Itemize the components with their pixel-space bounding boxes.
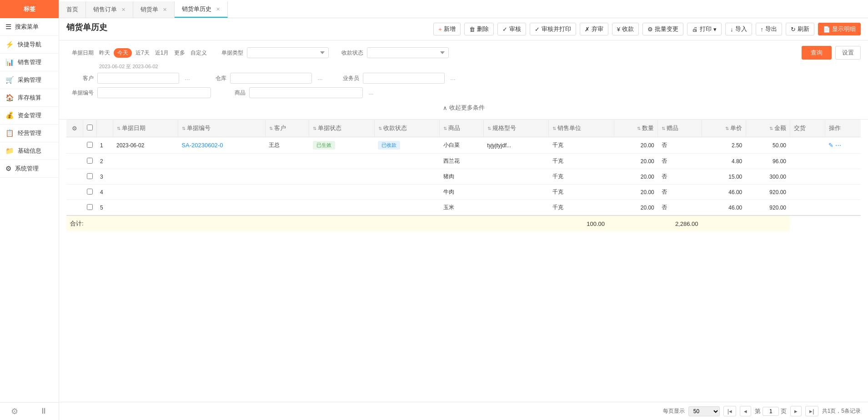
warehouse-ellipsis[interactable]: … <box>316 75 325 81</box>
tab-home[interactable]: 首页 <box>59 1 86 18</box>
query-button[interactable]: 查询 <box>802 46 832 60</box>
shortcut-more[interactable]: 更多 <box>172 48 187 58</box>
sidebar-item-basic-info[interactable]: 📁 基础信息 <box>0 142 59 160</box>
sales-unit-cell: 千克 <box>549 154 614 169</box>
sort-doc-no-icon[interactable]: ⇅ <box>182 126 186 131</box>
filter-settings-button[interactable]: 设置 <box>835 46 861 60</box>
shortcut-month[interactable]: 近1月 <box>153 48 171 58</box>
audit-print-button[interactable]: ✓ 审核并打印 <box>530 23 576 35</box>
sort-unit-price-icon[interactable]: ⇅ <box>725 126 729 131</box>
unit-price-col-header[interactable]: ⇅ 单价 <box>702 120 746 137</box>
export-button[interactable]: ↑ 导出 <box>756 23 783 35</box>
show-detail-button[interactable]: 📄 显示明细 <box>818 23 861 35</box>
sidebar-item-business-mgmt[interactable]: 📋 经营管理 <box>0 125 59 142</box>
page-number-input[interactable] <box>763 407 779 416</box>
actions-cell <box>825 169 861 185</box>
sales-unit-col-header[interactable]: ⇅ 销售单位 <box>549 120 614 137</box>
payment-status-col-header[interactable]: ⇅ 收款状态 <box>374 120 439 137</box>
sort-amount-icon[interactable]: ⇅ <box>769 126 773 131</box>
delete-button[interactable]: 🗑 删除 <box>464 23 494 35</box>
sort-spec-icon[interactable]: ⇅ <box>487 126 491 131</box>
sidebar-item-purchase-mgmt[interactable]: 🛒 采购管理 <box>0 71 59 89</box>
last-page-button[interactable]: ▸| <box>805 406 818 416</box>
spec-cell <box>483 169 548 185</box>
sort-doc-date-icon[interactable]: ⇅ <box>117 126 120 131</box>
sort-doc-status-icon[interactable]: ⇅ <box>313 126 316 131</box>
sort-quantity-icon[interactable]: ⇅ <box>637 126 641 131</box>
salesperson-ellipsis[interactable]: … <box>448 75 457 81</box>
collect-button[interactable]: ¥ 收款 <box>612 23 639 35</box>
shortcut-yesterday[interactable]: 昨天 <box>97 48 112 58</box>
customer-input[interactable] <box>97 73 179 84</box>
close-sales-history-tab[interactable]: ✕ <box>216 6 220 12</box>
salesperson-input[interactable] <box>363 73 445 84</box>
print-button[interactable]: 🖨 打印 ▾ <box>687 23 722 35</box>
next-page-button[interactable]: ▸ <box>790 406 802 416</box>
sort-sales-unit-icon[interactable]: ⇅ <box>552 126 556 131</box>
payment-status-select[interactable] <box>367 47 449 58</box>
close-sales-delivery-tab[interactable]: ✕ <box>163 7 167 13</box>
sidebar-toggle-icon[interactable]: ⏸ <box>40 406 48 416</box>
shortcut-custom[interactable]: 自定义 <box>189 48 209 58</box>
refresh-button[interactable]: ↻ 刷新 <box>786 23 814 35</box>
shortcut-today[interactable]: 今天 <box>114 48 132 58</box>
gift-col-header[interactable]: ⇅ 赠品 <box>658 120 702 137</box>
settings-col-header[interactable]: ⚙ <box>66 120 83 137</box>
more-actions-icon[interactable]: ⋯ <box>835 142 841 149</box>
product-ellipsis[interactable]: … <box>366 90 376 96</box>
edit-icon[interactable]: ✎ <box>828 142 833 149</box>
row-checkbox-3[interactable] <box>87 189 93 195</box>
spec-col-header[interactable]: ⇅ 规格型号 <box>483 120 548 137</box>
tab-sales-history[interactable]: 销货单历史 ✕ <box>175 1 228 18</box>
row-checkbox-1[interactable] <box>87 158 93 164</box>
amount-cell: 96.00 <box>746 154 790 169</box>
doc-type-select[interactable] <box>247 47 329 58</box>
doc-date-col-header[interactable]: ⇅ 单据日期 <box>113 120 178 137</box>
prev-page-button[interactable]: ◂ <box>740 406 751 416</box>
shortcut-week[interactable]: 近7天 <box>134 48 151 58</box>
doc-status-col-header[interactable]: ⇅ 单据状态 <box>309 120 374 137</box>
sidebar-item-inventory-calc[interactable]: 🏠 库存核算 <box>0 89 59 107</box>
sort-payment-status-icon[interactable]: ⇅ <box>378 126 382 131</box>
first-page-button[interactable]: |◂ <box>723 406 736 416</box>
product-input[interactable] <box>249 87 363 98</box>
customer-ellipsis[interactable]: … <box>183 75 192 81</box>
payment-status-badge: 已收款 <box>378 141 400 150</box>
warehouse-input[interactable] <box>230 73 312 84</box>
amount-cell: 50.00 <box>746 137 790 154</box>
tab-sales-order[interactable]: 销售订单 ✕ <box>86 1 133 18</box>
customer-col-header[interactable]: ⇅ 客户 <box>265 120 309 137</box>
select-all-checkbox[interactable] <box>87 125 93 130</box>
amount-col-header[interactable]: ⇅ 金额 <box>746 120 790 137</box>
audit-button[interactable]: ✓ 审核 <box>497 23 526 35</box>
doc-no-col-header[interactable]: ⇅ 单据编号 <box>178 120 265 137</box>
row-settings-cell <box>66 200 83 216</box>
row-checkbox-2[interactable] <box>87 173 93 179</box>
sort-customer-icon[interactable]: ⇅ <box>269 126 273 131</box>
collapse-filter-button[interactable]: ∧ 收起更多条件 <box>66 102 861 114</box>
sidebar-settings-icon[interactable]: ⚙ <box>11 406 18 416</box>
page-size-select[interactable]: 50 20 100 <box>688 406 720 416</box>
sidebar-item-capital-mgmt[interactable]: 💰 资金管理 <box>0 107 59 125</box>
new-button[interactable]: + 新增 <box>433 23 461 35</box>
sidebar-item-sales-mgmt[interactable]: 📊 销售管理 <box>0 54 59 71</box>
search-menu-icon: ☰ <box>5 23 11 31</box>
product-col-header[interactable]: ⇅ 商品 <box>440 120 484 137</box>
tab-sales-delivery[interactable]: 销货单 ✕ <box>133 1 175 18</box>
close-sales-order-tab[interactable]: ✕ <box>121 7 125 13</box>
sort-product-icon[interactable]: ⇅ <box>443 126 447 131</box>
doc-no-link[interactable]: SA-20230602-0 <box>181 142 223 149</box>
sidebar-item-search-menu[interactable]: ☰ 搜索菜单 <box>0 18 59 36</box>
table-settings-icon[interactable]: ⚙ <box>72 125 77 132</box>
row-checkbox-0[interactable] <box>87 142 93 148</box>
docno-input[interactable] <box>97 87 211 98</box>
abandon-button[interactable]: ✗ 弃审 <box>580 23 608 35</box>
sort-gift-icon[interactable]: ⇅ <box>662 126 665 131</box>
sidebar-item-system-mgmt[interactable]: ⚙ 系统管理 <box>0 160 59 178</box>
quantity-col-header[interactable]: ⇅ 数量 <box>614 120 658 137</box>
row-checkbox-4[interactable] <box>87 204 93 210</box>
checkbox-col-header[interactable] <box>83 120 96 137</box>
import-button[interactable]: ↓ 导入 <box>725 23 752 35</box>
batch-change-button[interactable]: ⚙ 批量变更 <box>642 23 683 35</box>
sidebar-item-quick-nav[interactable]: ⚡ 快捷导航 <box>0 36 59 54</box>
